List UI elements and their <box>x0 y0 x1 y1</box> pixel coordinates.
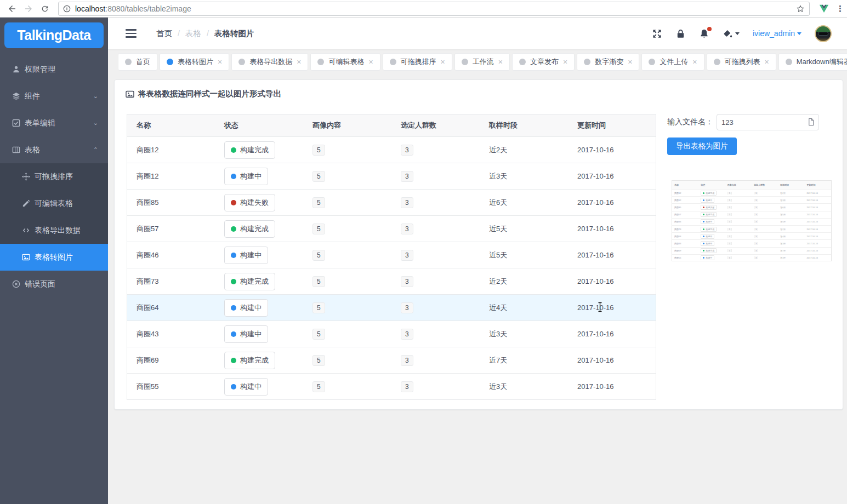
cell-status: 构建中 <box>215 299 304 317</box>
back-icon[interactable] <box>5 2 19 15</box>
cell-portrait: 5 <box>304 355 392 366</box>
cell-period: 近5天 <box>480 250 569 260</box>
tab-close-icon[interactable]: × <box>692 58 697 66</box>
sidebar-item-permissions[interactable]: 权限管理 <box>0 56 108 83</box>
cell-name: 商圈73 <box>127 277 215 287</box>
sidebar-item-label: 组件 <box>25 91 40 101</box>
preview-row: 商圈64构建中53近4天2017-10-16 <box>672 232 831 239</box>
cell-people: 3 <box>392 250 480 261</box>
tab-page-7[interactable]: 数字渐变× <box>577 53 639 71</box>
sidebar-item-label: 表单编辑 <box>25 118 55 128</box>
tab-dot-icon <box>519 59 526 65</box>
cell-period: 近3天 <box>480 171 569 181</box>
chevron-down-icon: ⌄ <box>93 93 98 100</box>
cell-updated: 2017-10-16 <box>569 277 657 285</box>
cell-status: 构建完成 <box>215 352 304 369</box>
refresh-icon[interactable] <box>38 2 52 15</box>
open-tabs-bar: 首页表格转图片×表格导出数据×可编辑表格×可拖拽排序×工作流×文章发布×数字渐变… <box>108 49 847 75</box>
cell-people: 3 <box>392 171 480 182</box>
cell-portrait: 5 <box>304 171 392 182</box>
export-table-button[interactable]: 导出表格为图片 <box>667 138 737 155</box>
preview-row: 商圈57构建完成53近5天2017-10-16 <box>672 211 831 218</box>
layers-icon <box>12 92 21 100</box>
vue-devtools-icon[interactable] <box>818 4 829 14</box>
column-header: 更新时间 <box>569 121 657 130</box>
people-count-tag: 3 <box>401 355 413 366</box>
avatar[interactable] <box>815 25 832 42</box>
tab-close-icon[interactable]: × <box>441 58 445 66</box>
tab-close-icon[interactable]: × <box>498 58 503 66</box>
status-label: 构建完成 <box>240 145 269 155</box>
user-menu[interactable]: iview_admin <box>753 29 801 38</box>
cell-updated: 2017-10-16 <box>569 382 657 391</box>
cell-portrait: 5 <box>304 197 392 208</box>
cell-status: 构建完成 <box>215 273 304 290</box>
tab-page-1[interactable]: 表格转图片× <box>160 53 229 71</box>
tab-page-6[interactable]: 文章发布× <box>512 53 575 71</box>
cell-people: 3 <box>392 224 480 234</box>
cell-people: 3 <box>392 381 480 392</box>
chevron-up-icon: ⌃ <box>93 146 98 153</box>
status-label: 构建中 <box>240 303 262 313</box>
tab-close-icon[interactable]: × <box>628 58 632 66</box>
sidebar-item-export-data[interactable]: 表格导出数据 <box>0 217 108 244</box>
sidebar-item-label: 可拖拽排序 <box>35 172 73 182</box>
tab-close-icon[interactable]: × <box>563 58 567 66</box>
status-dot-icon <box>231 226 236 232</box>
column-header: 状态 <box>215 121 304 130</box>
status-badge: 构建中 <box>224 325 268 343</box>
document-icon <box>807 118 815 126</box>
breadcrumb: 首页 / 表格 / 表格转图片 <box>156 28 254 39</box>
tab-close-icon[interactable]: × <box>297 58 301 66</box>
notifications-bell-icon[interactable] <box>699 28 709 39</box>
theme-switch-icon[interactable] <box>723 28 740 39</box>
bookmark-star-icon[interactable] <box>796 4 805 13</box>
sidebar-item-editable-table[interactable]: 可编辑表格 <box>0 190 108 217</box>
preview-mini-table: 名称状态画像内容选定人群数取样时段更新时间商圈12构建完成53近2天2017-1… <box>672 180 832 261</box>
sidebar-submenu-tables: 可拖拽排序可编辑表格表格导出数据表格转图片 <box>0 163 108 271</box>
portrait-count-tag: 5 <box>312 302 325 313</box>
tab-dot-icon <box>390 59 396 65</box>
tab-close-icon[interactable]: × <box>218 58 222 66</box>
tab-page-4[interactable]: 可拖拽排序× <box>383 53 452 71</box>
page-info-icon[interactable] <box>63 5 71 13</box>
filename-input[interactable] <box>717 114 819 130</box>
sidebar-item-components[interactable]: 组件⌄ <box>0 83 108 110</box>
forward-icon[interactable] <box>22 2 35 15</box>
tab-close-icon[interactable]: × <box>368 58 373 66</box>
column-header: 名称 <box>127 121 215 130</box>
sidebar-item-table-to-image[interactable]: 表格转图片 <box>0 244 108 271</box>
tab-dot-icon <box>584 59 590 65</box>
people-count-tag: 3 <box>401 381 413 392</box>
talkingdata-logo[interactable]: TalkingData <box>4 22 104 48</box>
tab-page-5[interactable]: 工作流× <box>454 53 510 71</box>
cell-period: 近6天 <box>480 198 569 208</box>
url-bar[interactable]: localhost:8080/tables/table2image <box>58 2 810 16</box>
tab-page-10[interactable]: Markdown编辑器× <box>778 53 847 71</box>
tab-label: 可拖拽排序 <box>401 57 436 67</box>
sidebar-item-drag-sort[interactable]: 可拖拽排序 <box>0 163 108 190</box>
url-text: localhost:8080/tables/table2image <box>75 4 792 13</box>
tab-close-icon[interactable]: × <box>765 58 769 66</box>
breadcrumb-tables[interactable]: 表格 <box>185 28 201 39</box>
sidebar-item-form-edit[interactable]: 表单编辑⌄ <box>0 110 108 136</box>
portrait-count-tag: 5 <box>312 250 325 261</box>
sidebar-item-tables[interactable]: 表格⌃ <box>0 136 108 163</box>
tab-home[interactable]: 首页 <box>118 53 157 71</box>
sidebar-collapse-icon[interactable] <box>126 29 137 38</box>
tab-page-3[interactable]: 可编辑表格× <box>310 53 380 71</box>
sidebar-item-label: 可编辑表格 <box>35 199 73 209</box>
tab-page-9[interactable]: 可拖拽列表× <box>707 53 776 71</box>
tab-page-8[interactable]: 文件上传× <box>641 53 704 71</box>
person-icon <box>12 65 21 73</box>
image-icon <box>126 90 134 99</box>
tab-page-2[interactable]: 表格导出数据× <box>231 53 308 71</box>
table-row: 商圈64构建中53近4天2017-10-16 <box>127 294 656 320</box>
fullscreen-icon[interactable] <box>652 28 662 39</box>
table-row: 商圈73构建完成53近2天2017-10-16 <box>127 268 656 294</box>
breadcrumb-home[interactable]: 首页 <box>156 28 172 39</box>
browser-menu-icon[interactable]: ⋮ <box>836 7 839 10</box>
lock-icon[interactable] <box>675 28 686 39</box>
table-row: 商圈55构建中53近3天2017-10-16 <box>127 373 656 399</box>
sidebar-item-error-pages[interactable]: 错误页面 <box>0 271 108 297</box>
